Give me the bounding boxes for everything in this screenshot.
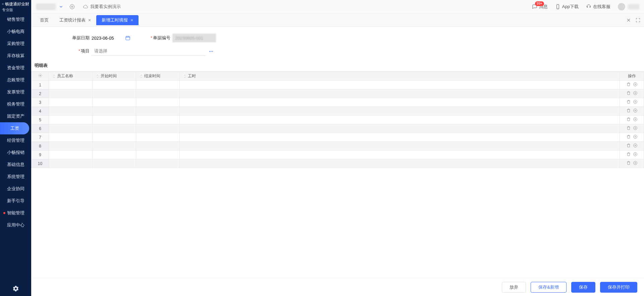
cell-hours[interactable] <box>180 133 620 142</box>
cell-start[interactable] <box>93 107 136 116</box>
cell-start[interactable] <box>93 142 136 151</box>
cell-start[interactable] <box>93 116 136 124</box>
cell-hours[interactable] <box>180 142 620 151</box>
delete-row-icon[interactable] <box>626 134 631 139</box>
cell-hours[interactable] <box>180 116 620 124</box>
sidebar-item[interactable]: 库存核算 <box>0 50 31 62</box>
sidebar-item[interactable]: 发票管理 <box>0 86 31 98</box>
save-button[interactable]: 保存 <box>571 282 595 293</box>
cell-employee[interactable] <box>49 133 93 142</box>
sidebar-item[interactable]: 资金管理 <box>0 62 31 74</box>
cell-end[interactable] <box>136 124 180 133</box>
sidebar-item[interactable]: 销售管理 <box>0 13 31 26</box>
delete-row-icon[interactable] <box>626 161 631 165</box>
sidebar-item[interactable]: 基础信息 <box>0 159 31 171</box>
tab[interactable]: 工资统计报表× <box>54 15 96 25</box>
column-settings[interactable] <box>32 72 49 81</box>
tab[interactable]: 新增工时填报× <box>96 15 139 25</box>
sidebar-item[interactable]: 小畅报销 <box>0 146 31 159</box>
col-start[interactable]: 开始时间 <box>93 72 136 81</box>
delete-row-icon[interactable] <box>626 108 631 113</box>
cell-employee[interactable] <box>49 116 93 124</box>
add-row-icon[interactable] <box>633 126 638 130</box>
user-menu[interactable] <box>618 3 639 10</box>
sidebar-item[interactable]: 经营管理 <box>0 134 31 146</box>
col-end[interactable]: 结束时间 <box>136 72 180 81</box>
add-row-icon[interactable] <box>633 161 638 165</box>
save-new-button[interactable]: 保存&新增 <box>531 282 567 293</box>
add-row-icon[interactable] <box>633 134 638 139</box>
cell-start[interactable] <box>93 159 136 168</box>
cell-start[interactable] <box>93 98 136 107</box>
cell-start[interactable] <box>93 89 136 98</box>
cell-hours[interactable] <box>180 81 620 89</box>
delete-row-icon[interactable] <box>626 152 631 157</box>
cell-employee[interactable] <box>49 151 93 159</box>
cell-start[interactable] <box>93 151 136 159</box>
add-row-icon[interactable] <box>633 91 638 95</box>
cell-end[interactable] <box>136 98 180 107</box>
online-service-button[interactable]: 在线客服 <box>586 4 610 10</box>
add-row-icon[interactable] <box>633 82 638 87</box>
messages-button[interactable]: 99+ 消息 <box>532 4 548 10</box>
discard-button[interactable]: 放弃 <box>502 282 526 293</box>
sidebar-item[interactable]: 智能管理 <box>0 207 31 219</box>
project-input[interactable] <box>92 46 206 56</box>
demo-link[interactable]: 我要看实例演示 <box>83 4 121 10</box>
calendar-icon[interactable] <box>125 35 130 41</box>
sidebar-item[interactable]: 固定资产 <box>0 110 31 122</box>
cell-employee[interactable] <box>49 124 93 133</box>
col-hours[interactable]: 工时 <box>180 72 620 81</box>
cell-employee[interactable] <box>49 89 93 98</box>
add-row-icon[interactable] <box>633 108 638 113</box>
col-employee[interactable]: 员工名称 <box>49 72 93 81</box>
delete-row-icon[interactable] <box>626 99 631 104</box>
org-selector[interactable] <box>36 3 63 10</box>
project-picker-icon[interactable]: ⋯ <box>209 49 214 54</box>
org-settings-icon[interactable] <box>69 4 75 9</box>
cell-end[interactable] <box>136 151 180 159</box>
close-all-icon[interactable] <box>626 17 631 23</box>
app-download-button[interactable]: App下载 <box>555 4 579 10</box>
delete-row-icon[interactable] <box>626 82 631 87</box>
sidebar-item[interactable]: 小畅电商 <box>0 26 31 38</box>
delete-row-icon[interactable] <box>626 143 631 148</box>
cell-hours[interactable] <box>180 107 620 116</box>
date-input[interactable] <box>92 36 125 41</box>
close-icon[interactable]: × <box>88 18 91 23</box>
add-row-icon[interactable] <box>633 152 638 157</box>
sidebar-item[interactable]: 工资 <box>0 122 29 134</box>
fullscreen-icon[interactable] <box>635 17 641 23</box>
save-print-button[interactable]: 保存并打印 <box>600 282 637 293</box>
delete-row-icon[interactable] <box>626 117 631 122</box>
cell-end[interactable] <box>136 159 180 168</box>
cell-employee[interactable] <box>49 142 93 151</box>
cell-start[interactable] <box>93 81 136 89</box>
cell-end[interactable] <box>136 133 180 142</box>
sidebar-item[interactable]: 总账管理 <box>0 74 31 86</box>
sidebar-settings[interactable] <box>0 281 31 296</box>
cell-start[interactable] <box>93 133 136 142</box>
sidebar-item[interactable]: 应用中心 <box>0 219 31 231</box>
sidebar-item[interactable]: 系统管理 <box>0 171 31 183</box>
add-row-icon[interactable] <box>633 99 638 104</box>
cell-start[interactable] <box>93 124 136 133</box>
delete-row-icon[interactable] <box>626 126 631 130</box>
cell-end[interactable] <box>136 81 180 89</box>
cell-hours[interactable] <box>180 89 620 98</box>
cell-hours[interactable] <box>180 98 620 107</box>
cell-employee[interactable] <box>49 98 93 107</box>
cell-hours[interactable] <box>180 151 620 159</box>
delete-row-icon[interactable] <box>626 91 631 95</box>
cell-end[interactable] <box>136 107 180 116</box>
cell-employee[interactable] <box>49 107 93 116</box>
cell-hours[interactable] <box>180 124 620 133</box>
tab[interactable]: 首页 <box>35 15 54 25</box>
cell-end[interactable] <box>136 116 180 124</box>
close-icon[interactable]: × <box>130 18 133 23</box>
sidebar-item[interactable]: 企业协同 <box>0 183 31 195</box>
cell-end[interactable] <box>136 89 180 98</box>
sidebar-item[interactable]: 采购管理 <box>0 38 31 50</box>
add-row-icon[interactable] <box>633 117 638 122</box>
cell-end[interactable] <box>136 142 180 151</box>
